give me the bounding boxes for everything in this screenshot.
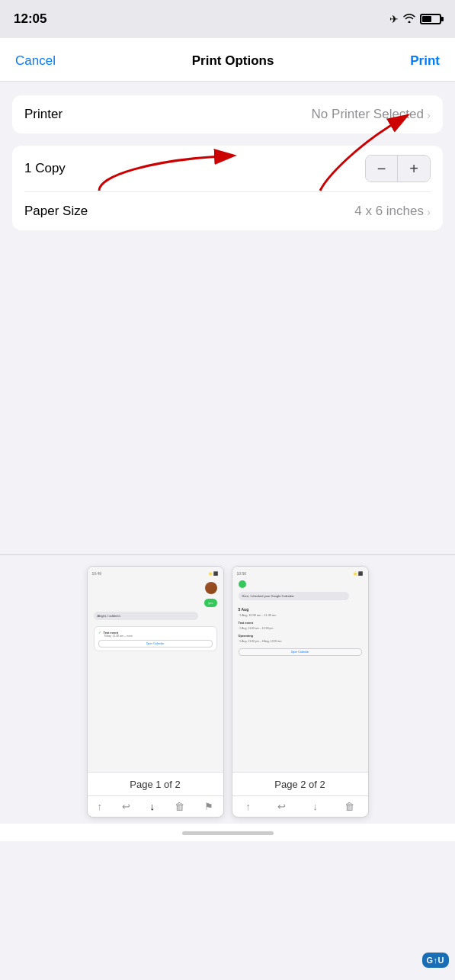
toolbar2-back-icon[interactable]: ↩ (277, 801, 286, 812)
preview-area: 10:49 ⭐ ⬛ yes Alright, I added it. (0, 554, 455, 841)
status-time: 12:05 (14, 11, 46, 27)
airplane-icon: ✈ (389, 13, 399, 25)
printer-label: Printer (24, 107, 62, 122)
toolbar-trash-icon[interactable]: 🗑 (175, 801, 184, 812)
toolbar-back-icon[interactable]: ↩ (122, 801, 130, 812)
page-1-label: Page 1 of 2 (130, 779, 181, 790)
page-1-toolbar: ↑ ↩ ↓ 🗑 ⚑ (88, 795, 223, 817)
page-2-label-bar: Page 2 of 2 (232, 772, 368, 795)
printer-card: Printer No Printer Selected › (12, 95, 443, 133)
cancel-button[interactable]: Cancel (15, 50, 56, 72)
paper-size-chevron-icon: › (427, 205, 431, 218)
page-2-preview[interactable]: 10:56 ⭐ ⬛ Here, I checked your Google Ca… (232, 566, 369, 818)
modal-header: Cancel Print Options Print (0, 38, 455, 82)
printer-value: No Printer Selected › (312, 107, 431, 122)
toolbar-share-icon[interactable]: ↑ (97, 801, 102, 812)
wifi-icon (403, 13, 415, 25)
page-2-label: Page 2 of 2 (274, 779, 325, 790)
home-indicator-bar (182, 831, 274, 835)
preview-pages: 10:49 ⭐ ⬛ yes Alright, I added it. (0, 555, 455, 824)
toolbar-down-icon[interactable]: ↓ (149, 801, 155, 812)
decrement-button[interactable]: − (366, 156, 398, 182)
printer-chevron-icon: › (427, 108, 431, 121)
copy-label: 1 Copy (24, 161, 66, 176)
page-2-toolbar: ↑ ↩ ↓ 🗑 (232, 795, 368, 817)
printer-row[interactable]: Printer No Printer Selected › (12, 95, 443, 133)
watermark: G↑U (422, 953, 450, 968)
toolbar2-share-icon[interactable]: ↑ (245, 801, 251, 812)
page-1-screen: 10:49 ⭐ ⬛ yes Alright, I added it. (88, 567, 223, 772)
paper-size-label: Paper Size (24, 204, 88, 219)
status-bar: 12:05 ✈ (0, 0, 455, 38)
paper-size-value: 4 x 6 inches › (354, 204, 431, 219)
page-1-label-bar: Page 1 of 2 (88, 772, 223, 795)
print-button[interactable]: Print (410, 50, 440, 72)
modal-content: Printer No Printer Selected › 1 Copy − + (0, 82, 455, 554)
toolbar-flag-icon[interactable]: ⚑ (204, 801, 213, 812)
page-2-screen: 10:56 ⭐ ⬛ Here, I checked your Google Ca… (232, 567, 368, 772)
print-options-modal: Cancel Print Options Print Printer No Pr… (0, 38, 455, 554)
copy-stepper: − + (365, 155, 431, 182)
modal-title: Print Options (192, 53, 274, 69)
page-1-preview[interactable]: 10:49 ⭐ ⬛ yes Alright, I added it. (87, 566, 224, 818)
copy-row: 1 Copy − + (12, 146, 443, 191)
toolbar2-trash-icon[interactable]: 🗑 (344, 801, 354, 812)
battery-icon (420, 14, 441, 24)
home-indicator (0, 824, 455, 841)
status-icons: ✈ (389, 13, 441, 25)
watermark-text: G↑U (427, 956, 445, 965)
toolbar2-down-icon[interactable]: ↓ (312, 801, 318, 812)
paper-size-row[interactable]: Paper Size 4 x 6 inches › (12, 192, 443, 230)
increment-button[interactable]: + (398, 156, 430, 182)
options-card: 1 Copy − + Paper Size 4 x 6 inches › (12, 146, 443, 230)
